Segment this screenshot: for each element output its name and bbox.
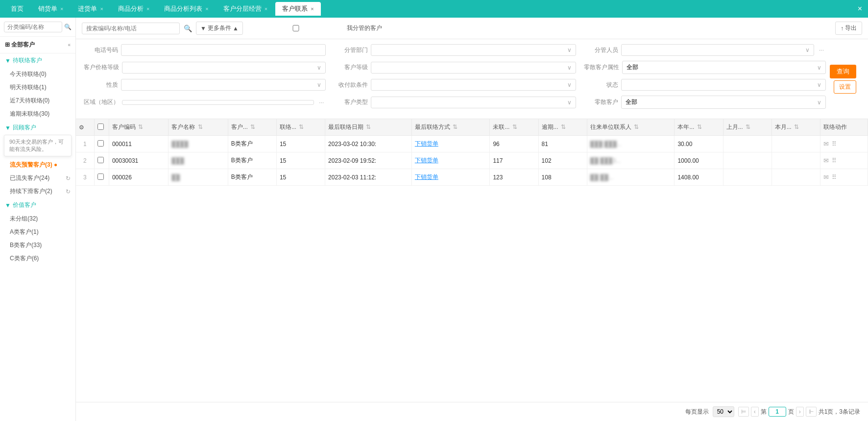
customer-level-select[interactable]: ∨ xyxy=(371,62,576,74)
action-contact-icon[interactable]: ✉ xyxy=(823,173,829,181)
filter-gender: 性质 ∨ xyxy=(84,79,326,91)
contact-col-header[interactable]: 联络... ⇅ xyxy=(276,119,325,136)
prev-page-btn[interactable]: ‹ xyxy=(751,407,759,417)
tab-close-sales[interactable]: × xyxy=(60,6,63,12)
row-last-method-0[interactable]: 下销货单 xyxy=(411,136,490,152)
action-contact-icon[interactable]: ✉ xyxy=(823,157,829,164)
tab-goods-list[interactable]: 商品分析列表× xyxy=(157,2,215,16)
checkbox-col-header[interactable] xyxy=(94,119,109,136)
close-all-icon[interactable]: × xyxy=(858,4,862,13)
this-year-col-header[interactable]: 本年... ⇅ xyxy=(675,119,723,136)
action-more-icon[interactable]: ⠿ xyxy=(832,157,837,164)
sidebar-item-2-3[interactable]: C类客户(6) xyxy=(0,252,75,265)
action-more-icon[interactable]: ⠿ xyxy=(832,173,837,181)
region-label: 区域（地区） xyxy=(84,98,119,106)
query-button[interactable]: 查询 xyxy=(830,65,856,78)
tab-close-purchase[interactable]: × xyxy=(100,6,103,12)
phone-input[interactable] xyxy=(121,44,326,56)
not-contacted-col-header[interactable]: 未联... ⇅ xyxy=(490,119,538,136)
price-level-select[interactable]: ∨ xyxy=(122,62,326,74)
row-checkbox-2[interactable] xyxy=(94,169,109,186)
tab-purchase[interactable]: 进货单× xyxy=(71,2,110,16)
sidebar-item-0-1[interactable]: 明天待联络(1) xyxy=(0,81,75,94)
this-month-col-header[interactable]: 本月... ⇅ xyxy=(772,119,820,136)
filter-row-1: 电话号码 分管部门 ∨ 分管人员 xyxy=(84,44,826,56)
region-more-btn[interactable]: ··· xyxy=(317,99,326,106)
first-page-btn[interactable]: ⊨ xyxy=(738,407,749,417)
row-checkbox-0[interactable] xyxy=(94,136,109,152)
zero-attr-select[interactable]: 全部 ∨ xyxy=(622,61,826,74)
sidebar-item-1-1[interactable]: 已流失客户(24)↻ xyxy=(0,172,75,185)
more-conditions-btn[interactable]: ▼ 更多条件 ▲ xyxy=(196,22,243,35)
sidebar-item-0-2[interactable]: 近7天待联络(0) xyxy=(0,94,75,107)
my-customers-checkbox[interactable]: 我分管的客户 xyxy=(247,24,382,32)
sidebar-item-0-3[interactable]: 逾期未联络(30) xyxy=(0,107,75,121)
page-input[interactable] xyxy=(769,407,786,417)
row-contact-1: 15 xyxy=(276,152,325,169)
manager-more-btn[interactable]: ··· xyxy=(817,47,826,53)
tab-close-goods-list[interactable]: × xyxy=(205,6,208,12)
search-icon[interactable]: 🔍 xyxy=(184,25,192,32)
sidebar-search-icon[interactable]: 🔍 xyxy=(64,24,72,30)
search-input[interactable] xyxy=(82,23,180,34)
row-overdue-1: 102 xyxy=(538,152,587,169)
sidebar-item-2-1[interactable]: A类客户(1) xyxy=(0,225,75,239)
my-customers-check[interactable] xyxy=(247,25,345,31)
tab-close-goods-analysis[interactable]: × xyxy=(146,6,149,12)
settings-button[interactable]: 设置 xyxy=(834,80,856,94)
settings-col-header[interactable]: ⚙ xyxy=(76,119,94,136)
gender-chevron-icon: ∨ xyxy=(317,81,321,88)
region-select[interactable] xyxy=(122,100,314,105)
sidebar-tooltip-1: 90天未交易的客户，可能有流失风险。 xyxy=(4,135,72,156)
more-conditions-label: 更多条件 xyxy=(208,24,231,32)
sidebar-item-1-0[interactable]: 流失预警客户(3) ● xyxy=(0,158,75,172)
last-date-col-header[interactable]: 最后联络日期 ⇅ xyxy=(325,119,412,136)
sidebar-group-title-2[interactable]: ▼价值客户 xyxy=(0,198,75,212)
tab-close-customer-tier[interactable]: × xyxy=(265,6,267,12)
sidebar-item-0-0[interactable]: 今天待联络(0) xyxy=(0,68,75,81)
customer-level-chevron-icon: ∨ xyxy=(567,64,572,71)
per-page-select[interactable]: 50 xyxy=(713,406,734,417)
tab-close-customer-contact[interactable]: × xyxy=(311,6,313,12)
tab-goods-analysis[interactable]: 商品分析× xyxy=(111,2,156,16)
export-btn[interactable]: ↑ 导出 xyxy=(835,22,862,35)
row-num-0: 1 xyxy=(76,136,94,152)
sidebar-collapse-icon[interactable]: « xyxy=(68,42,71,48)
overdue-col-header[interactable]: 逾期... ⇅ xyxy=(538,119,587,136)
last-page-btn[interactable]: ⊩ xyxy=(806,407,817,417)
dept-select[interactable]: ∨ xyxy=(371,44,576,56)
payment-select[interactable]: ∨ xyxy=(371,79,576,91)
action-more-icon[interactable]: ⠿ xyxy=(832,140,837,148)
tab-customer-tier[interactable]: 客户分层经营× xyxy=(217,2,274,16)
select-all-checkbox[interactable] xyxy=(97,124,104,130)
next-page-btn[interactable]: › xyxy=(796,407,804,417)
sidebar-group-title-1[interactable]: ▼回顾客户 xyxy=(0,121,75,135)
zero-customer-select[interactable]: 全部 ∨ xyxy=(621,96,826,109)
sidebar-item-1-2[interactable]: 持续下滑客户(2)↻ xyxy=(0,185,75,198)
tab-sales[interactable]: 销货单× xyxy=(31,2,70,16)
action-contact-icon[interactable]: ✉ xyxy=(823,140,829,148)
sidebar-groups-container: ▼待联络客户今天待联络(0)明天待联络(1)近7天待联络(0)逾期未联络(30)… xyxy=(0,53,75,265)
status-label: 状态 xyxy=(584,81,618,89)
sidebar-item-2-0[interactable]: 未分组(32) xyxy=(0,212,75,225)
type-col-header[interactable]: 客户... ⇅ xyxy=(228,119,276,136)
row-last-method-1[interactable]: 下销货单 xyxy=(411,152,490,169)
manager-select[interactable]: ∨ xyxy=(621,44,814,56)
table-body: 1 000011 ████ B类客户 15 2023-03-02 10:30: … xyxy=(76,136,868,186)
last-month-col-header[interactable]: 上月... ⇅ xyxy=(723,119,772,136)
sidebar-all-customers[interactable]: ⊞ 全部客户 « xyxy=(0,37,75,53)
sidebar-item-2-2[interactable]: B类客户(33) xyxy=(0,239,75,252)
name-col-header[interactable]: 客户名称 ⇅ xyxy=(169,119,228,136)
row-checkbox-1[interactable] xyxy=(94,152,109,169)
last-method-col-header[interactable]: 最后联络方式 ⇅ xyxy=(411,119,490,136)
code-col-header[interactable]: 客户编码 ⇅ xyxy=(109,119,168,136)
tab-customer-contact[interactable]: 客户联系× xyxy=(275,2,320,16)
contacts-col-header[interactable]: 往来单位联系人 ⇅ xyxy=(587,119,675,136)
sidebar-group-title-0[interactable]: ▼待联络客户 xyxy=(0,53,75,68)
gender-select[interactable]: ∨ xyxy=(121,79,326,91)
row-last-method-2[interactable]: 下销货单 xyxy=(411,169,490,186)
customer-type-select[interactable]: ∨ xyxy=(371,97,576,108)
sidebar-search-input[interactable] xyxy=(4,22,62,32)
status-select[interactable]: ∨ xyxy=(621,79,826,91)
tab-home[interactable]: 首页 xyxy=(4,2,30,16)
